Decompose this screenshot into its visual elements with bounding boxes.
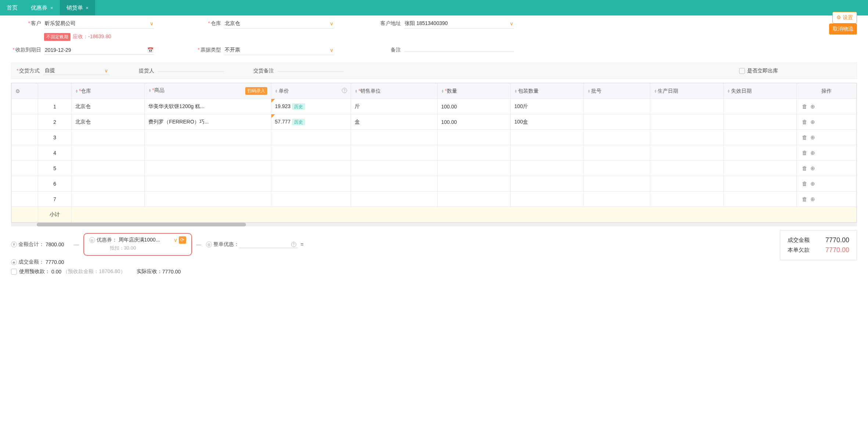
table-row[interactable]: 3 🗑⊕ <box>12 130 857 145</box>
horizontal-scrollbar[interactable] <box>11 223 857 226</box>
cell-unit[interactable] <box>351 192 437 207</box>
cell-qty[interactable] <box>437 161 510 176</box>
table-row[interactable]: 5 🗑⊕ <box>12 161 857 176</box>
coupon-select[interactable]: 周年店庆满1000... <box>117 236 172 244</box>
due-date-label: 收款到期日 <box>15 47 41 53</box>
cell-product[interactable]: 华美华夫软饼1200g 糕... <box>145 99 271 114</box>
due-date-input[interactable]: 2019-12-29 📅 <box>44 46 154 55</box>
table-row[interactable]: 7 🗑⊕ <box>12 192 857 207</box>
scan-input-badge[interactable]: 扫码录入 <box>245 87 267 95</box>
add-icon[interactable]: ⊕ <box>810 150 815 156</box>
cell-pack[interactable] <box>510 161 583 176</box>
tab-coupon[interactable]: 优惠券× <box>24 0 60 15</box>
cell-unit[interactable] <box>351 176 437 192</box>
tab-sales[interactable]: 销货单× <box>60 0 95 15</box>
delete-icon[interactable]: 🗑 <box>802 134 807 140</box>
cancel-logistics-button[interactable]: 取消物流 <box>829 24 857 35</box>
sort-icon[interactable]: ▲▼ <box>727 89 730 93</box>
cell-product[interactable] <box>145 130 271 145</box>
cell-pack[interactable]: 100斤 <box>510 99 583 114</box>
cell-warehouse[interactable] <box>72 176 145 192</box>
remark-input[interactable] <box>404 49 514 52</box>
sort-icon[interactable]: ▲▼ <box>355 89 358 93</box>
sort-icon[interactable]: ▲▼ <box>148 89 151 92</box>
address-label: 客户地址 <box>380 20 401 26</box>
cell-pack[interactable]: 100盒 <box>510 114 583 130</box>
sort-icon[interactable]: ▲▼ <box>441 89 444 93</box>
sort-icon[interactable]: ▲▼ <box>587 89 590 93</box>
picker-input[interactable] <box>158 70 224 72</box>
cell-unit[interactable] <box>351 130 437 145</box>
cell-product[interactable] <box>145 192 271 207</box>
cell-pack[interactable] <box>510 192 583 207</box>
cell-unit[interactable] <box>351 145 437 161</box>
price-cell[interactable]: 19.923历史 <box>271 99 351 114</box>
delete-icon[interactable]: 🗑 <box>802 119 807 125</box>
cell-product[interactable] <box>145 161 271 176</box>
history-badge[interactable]: 历史 <box>292 119 305 125</box>
customer-select[interactable]: 昕乐贸易公司∨ <box>44 19 154 29</box>
cell-warehouse[interactable]: 北京仓 <box>72 114 145 130</box>
delete-icon[interactable]: 🗑 <box>802 196 807 202</box>
history-badge[interactable]: 历史 <box>292 103 305 110</box>
delete-icon[interactable]: 🗑 <box>802 180 807 187</box>
delivery-remark-input[interactable] <box>278 70 344 72</box>
cell-product[interactable]: 费列罗（FERRERO）巧... <box>145 114 271 130</box>
cell-qty[interactable]: 100.00 <box>437 99 510 114</box>
refresh-icon[interactable]: ⟳ <box>179 236 186 244</box>
tab-home[interactable]: 首页 <box>0 0 24 15</box>
warehouse-select[interactable]: 北京仓∨ <box>224 19 334 29</box>
delete-icon[interactable]: 🗑 <box>802 150 807 156</box>
cell-qty[interactable] <box>437 192 510 207</box>
cell-warehouse[interactable] <box>72 145 145 161</box>
tabs-bar: 首页 优惠券× 销货单× <box>0 0 868 15</box>
cell-warehouse[interactable] <box>72 161 145 176</box>
cell-unit[interactable]: 盒 <box>351 114 437 130</box>
checkbox-icon <box>739 68 745 74</box>
cell-qty[interactable]: 100.00 <box>437 114 510 130</box>
cell-pack[interactable] <box>510 176 583 192</box>
info-icon[interactable]: ? <box>291 242 296 247</box>
cell-pack[interactable] <box>510 130 583 145</box>
cell-qty[interactable] <box>437 145 510 161</box>
table-row[interactable]: 2 北京仓 费列罗（FERRERO）巧... 57.777历史 盒 100.00… <box>12 114 857 130</box>
table-row[interactable]: 1 北京仓 华美华夫软饼1200g 糕... 19.923历史 斤 100.00… <box>12 99 857 114</box>
table-row[interactable]: 6 🗑⊕ <box>12 176 857 192</box>
add-icon[interactable]: ⊕ <box>810 103 815 110</box>
add-icon[interactable]: ⊕ <box>810 134 815 140</box>
sort-icon[interactable]: ▲▼ <box>75 89 78 93</box>
add-icon[interactable]: ⊕ <box>810 180 815 187</box>
cell-unit[interactable]: 斤 <box>351 99 437 114</box>
cell-product[interactable] <box>145 145 271 161</box>
bill-type-select[interactable]: 不开票∨ <box>224 45 334 55</box>
delete-icon[interactable]: 🗑 <box>802 103 807 110</box>
cell-qty[interactable] <box>437 130 510 145</box>
cell-qty[interactable] <box>437 176 510 192</box>
immediate-out-checkbox[interactable]: 是否立即出库 <box>739 68 778 74</box>
info-icon[interactable]: ? <box>342 88 347 93</box>
order-discount-input[interactable]: ? <box>239 241 298 248</box>
sort-icon[interactable]: ▲▼ <box>514 89 517 93</box>
sort-icon[interactable]: ▲▼ <box>275 89 278 93</box>
delete-icon[interactable]: 🗑 <box>802 165 807 171</box>
chevron-down-icon[interactable]: ∨ <box>174 237 177 243</box>
cell-pack[interactable] <box>510 145 583 161</box>
price-cell[interactable]: 57.777历史 <box>271 114 351 130</box>
cell-warehouse[interactable] <box>72 192 145 207</box>
add-icon[interactable]: ⊕ <box>810 196 815 202</box>
settings-button[interactable]: ⚙ 设置 <box>832 12 857 24</box>
cell-warehouse[interactable] <box>72 130 145 145</box>
address-select[interactable]: 张阳 18513400390∨ <box>404 19 514 29</box>
close-icon[interactable]: × <box>86 5 89 11</box>
cell-warehouse[interactable]: 北京仓 <box>72 99 145 114</box>
delivery-method-select[interactable]: 自提∨ <box>43 67 109 75</box>
cell-unit[interactable] <box>351 161 437 176</box>
add-icon[interactable]: ⊕ <box>810 165 815 171</box>
use-prepay-checkbox[interactable] <box>11 269 17 275</box>
add-icon[interactable]: ⊕ <box>810 119 815 125</box>
table-row[interactable]: 4 🗑⊕ <box>12 145 857 161</box>
sort-icon[interactable]: ▲▼ <box>654 89 657 93</box>
gear-icon[interactable]: ⚙ <box>15 88 20 94</box>
cell-product[interactable] <box>145 176 271 192</box>
close-icon[interactable]: × <box>50 5 53 11</box>
